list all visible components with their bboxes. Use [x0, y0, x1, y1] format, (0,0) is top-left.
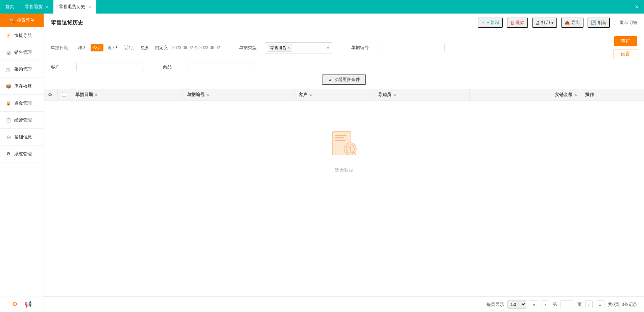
th-guide[interactable]: 导购员 ⇅ — [374, 89, 470, 101]
th-bill-number[interactable]: 单据编号 ⇅ — [183, 89, 294, 101]
sidebar-item-operations-mgmt[interactable]: 📋 经营管理 — [0, 112, 44, 129]
page-header: 零售退货历史 ＋ + 新增 🗑 删除 🖨 打印 ▾ 📤 导出 — [44, 14, 644, 32]
tab-retail-return-history[interactable]: 零售退货历史 × — [53, 0, 96, 14]
print-label: 打印 — [541, 20, 550, 26]
bill-type-tag-close[interactable]: × — [288, 46, 290, 50]
sidebar-item-basic-info-label: 基础信息 — [14, 134, 32, 140]
page-next-button[interactable]: › — [585, 300, 593, 308]
page-size-select[interactable]: 10 20 50 100 — [507, 300, 526, 309]
th-customer[interactable]: 客户 ⇅ — [294, 89, 374, 101]
sidebar-item-basic-info[interactable]: 🗂 基础信息 — [0, 129, 44, 146]
sidebar-item-purchase-label: 采购管理 — [14, 66, 32, 72]
sidebar: 🔍 搜索菜单 ⚡ 快捷导航 📊 销售管理 🛒 采购管理 📦 库存核算 🔒 资金管… — [0, 14, 44, 312]
product-select[interactable]: ... — [189, 63, 256, 71]
customer-filter-label: 客户 — [51, 64, 71, 70]
refresh-button[interactable]: 🔄 刷新 — [588, 18, 610, 28]
tab-retail-return-close[interactable]: × — [46, 5, 48, 9]
customer-select[interactable]: ... — [76, 63, 144, 71]
toolbar: ＋ + 新增 🗑 删除 🖨 打印 ▾ 📤 导出 🔄 — [478, 18, 637, 28]
filter-row-1: 单据日期 昨天 今天 近7天 近1月 更多 自定义 2023-06-02 至 2… — [51, 36, 637, 59]
show-detail-checkbox-label[interactable]: 显示明细 — [614, 20, 637, 26]
sidebar-item-quick-nav-label: 快捷导航 — [14, 32, 32, 39]
tab-home-label: 首页 — [5, 4, 14, 10]
bill-number-filter-label: 单据编号 — [351, 45, 372, 51]
page-title: 零售退货历史 — [51, 19, 83, 26]
column-settings-icon[interactable]: ⚙ — [48, 92, 52, 97]
content-area: 零售退货历史 ＋ + 新增 🗑 删除 🖨 打印 ▾ 📤 导出 — [44, 14, 644, 312]
th-actual-amount[interactable]: 实销金额 ⇅ — [470, 89, 581, 101]
sidebar-search[interactable]: 🔍 搜索菜单 — [0, 14, 44, 27]
page-prev-button[interactable]: ‹ — [542, 300, 549, 308]
sidebar-search-label: 搜索菜单 — [17, 17, 34, 23]
filter-row-2: 客户 ... 商品 ... — [51, 63, 637, 71]
tab-retail-return[interactable]: 零售退货 × — [20, 0, 53, 14]
svg-rect-1 — [335, 135, 347, 136]
table-header: ⚙ 单据日期 ⇅ 单据编号 ⇅ — [44, 89, 644, 101]
customer-placeholder: ... — [79, 64, 83, 69]
new-button[interactable]: ＋ + 新增 — [478, 18, 503, 28]
date-range-display: 2023-06-02 至 2023-06-02 — [172, 45, 220, 51]
date-opt-yesterday[interactable]: 昨天 — [76, 44, 88, 51]
delete-button[interactable]: 🗑 删除 — [507, 18, 528, 28]
sidebar-item-quick-nav[interactable]: ⚡ 快捷导航 — [0, 27, 44, 44]
empty-state: 暂无数据 — [44, 101, 644, 200]
tab-home[interactable]: 首页 — [0, 0, 20, 14]
show-detail-label: 显示明细 — [620, 20, 637, 26]
quick-nav-icon: ⚡ — [5, 32, 11, 39]
settings-bottom-icon[interactable]: ⚙ — [12, 300, 18, 308]
th-bill-date[interactable]: 单据日期 ⇅ — [71, 89, 183, 101]
date-opt-last1month[interactable]: 近1月 — [123, 44, 137, 51]
show-detail-checkbox[interactable] — [614, 21, 618, 25]
tab-retail-return-history-close[interactable]: × — [89, 5, 91, 9]
tab-retail-return-label: 零售退货 — [25, 4, 43, 10]
th-operation: 操作 — [581, 89, 644, 101]
sidebar-item-purchase-mgmt[interactable]: 🛒 采购管理 — [0, 61, 44, 78]
date-opt-custom[interactable]: 自定义 — [153, 44, 169, 51]
query-button[interactable]: 查询 — [614, 36, 637, 46]
print-icon: 🖨 — [535, 20, 540, 25]
page-first-button[interactable]: « — [530, 300, 538, 308]
export-label: 导出 — [571, 20, 580, 26]
empty-state-text: 暂无数据 — [335, 167, 354, 173]
date-opt-more[interactable]: 更多 — [139, 44, 151, 51]
collapse-icon: ▲ — [328, 77, 332, 82]
svg-point-7 — [349, 147, 351, 149]
svg-rect-3 — [335, 140, 345, 141]
sidebar-item-system-label: 系统管理 — [14, 151, 32, 157]
th-settings[interactable]: ⚙ — [44, 89, 57, 101]
window-close-button[interactable]: × — [635, 3, 639, 10]
speaker-bottom-icon[interactable]: 📢 — [24, 300, 32, 308]
bill-date-sort-icon: ⇅ — [95, 93, 97, 97]
sidebar-item-inventory-label: 库存核算 — [14, 83, 32, 89]
print-button[interactable]: 🖨 打印 ▾ — [532, 18, 557, 28]
collapse-button[interactable]: ▲ 收起更多条件 — [322, 74, 366, 85]
sidebar-item-sales-mgmt[interactable]: 📊 销售管理 — [0, 44, 44, 61]
th-checkbox[interactable] — [57, 89, 71, 101]
bill-type-tag-label: 零售退货 — [270, 45, 286, 51]
sidebar-item-system-mgmt[interactable]: ⚙ 系统管理 — [0, 146, 44, 162]
bill-type-dropdown-icon: ▾ — [327, 45, 329, 50]
th-bill-number-label: 单据编号 — [187, 92, 205, 97]
filter-settings-button[interactable]: 设置 — [614, 49, 637, 59]
filter-area: 单据日期 昨天 今天 近7天 近1月 更多 自定义 2023-06-02 至 2… — [44, 32, 644, 89]
sidebar-item-capital-mgmt[interactable]: 🔒 资金管理 — [0, 95, 44, 112]
export-button[interactable]: 📤 导出 — [561, 18, 583, 28]
top-bar: 首页 零售退货 × 零售退货历史 × × — [0, 0, 644, 14]
bill-number-input[interactable] — [377, 44, 445, 52]
bill-type-select[interactable]: 零售退货 × ▾ — [265, 42, 332, 53]
new-icon: ＋ — [481, 20, 485, 26]
search-icon: 🔍 — [9, 18, 15, 23]
product-filter-label: 商品 — [163, 64, 183, 70]
export-icon: 📤 — [565, 20, 570, 25]
product-placeholder: ... — [192, 64, 195, 69]
sales-icon: 📊 — [5, 49, 11, 55]
inventory-icon: 📦 — [5, 83, 11, 89]
select-all-checkbox[interactable] — [62, 92, 66, 96]
sidebar-item-inventory[interactable]: 📦 库存核算 — [0, 78, 44, 95]
sidebar-item-operations-label: 经营管理 — [14, 117, 32, 123]
page-number-input[interactable]: 1 — [560, 300, 574, 308]
date-opt-today[interactable]: 今天 — [91, 44, 103, 51]
empty-state-icon — [327, 128, 361, 162]
page-last-button[interactable]: » — [596, 300, 604, 308]
date-opt-last7days[interactable]: 近7天 — [106, 44, 120, 51]
